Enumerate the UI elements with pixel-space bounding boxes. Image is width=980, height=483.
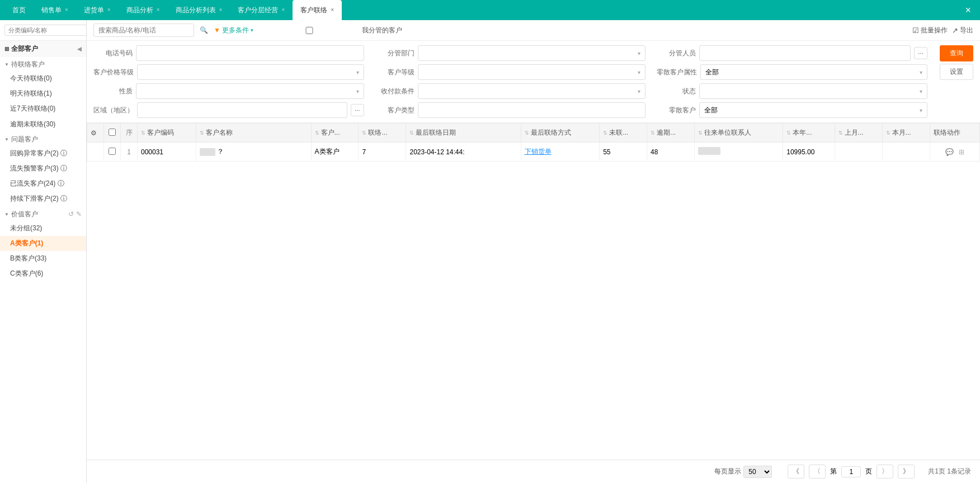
- filter-retail-attr: 零散客户属性 全部 ▾: [657, 64, 927, 80]
- export-button[interactable]: ↗ 导出: [952, 26, 973, 35]
- filter-nature-select[interactable]: ▾: [136, 83, 364, 99]
- next-page-button[interactable]: 〉: [877, 465, 893, 479]
- per-page-select[interactable]: 50 100 200: [743, 466, 772, 478]
- col-last-date[interactable]: ⇅最后联络日期: [406, 124, 521, 143]
- nav-product-list[interactable]: 商品分析列表 ×: [168, 0, 230, 20]
- filter-manager-input[interactable]: [699, 45, 911, 61]
- table-row: 1 000031 ？ A类客户 7 2023-04-12 14:44: 下销货单…: [87, 143, 980, 162]
- filter-payment-select[interactable]: ▾: [418, 83, 646, 99]
- gear-icon[interactable]: ⚙: [91, 129, 97, 137]
- query-button[interactable]: 查询: [940, 45, 973, 61]
- problem-label: 问题客户: [11, 135, 38, 144]
- last-method-link[interactable]: 下销货单: [525, 148, 552, 155]
- filter-row-4: 区域（地区） ··· 客户类型 零散客户 全部 ▾: [93, 102, 927, 118]
- col-last-month[interactable]: ⇅上月...: [835, 124, 882, 143]
- first-page-button[interactable]: 《: [788, 465, 804, 479]
- select-all-checkbox[interactable]: [109, 129, 116, 136]
- prev-page-button[interactable]: 〈: [809, 465, 826, 479]
- sidebar-search-input[interactable]: [4, 25, 87, 36]
- col-overdue[interactable]: ⇅逾期...: [647, 124, 695, 143]
- col-contact-person[interactable]: ⇅往来单位联系人: [695, 124, 783, 143]
- filter-region-input[interactable]: [137, 102, 347, 118]
- batch-op-button[interactable]: ☑ 批量操作: [912, 26, 948, 35]
- nav-product-list-close[interactable]: ×: [219, 0, 223, 20]
- close-all-button[interactable]: ×: [960, 4, 976, 16]
- edit-icon[interactable]: ✎: [76, 210, 82, 218]
- row-actions-cell: 💬 ⊞: [930, 143, 979, 162]
- col-last-method[interactable]: ⇅最后联络方式: [521, 124, 600, 143]
- filter-phone-input[interactable]: [136, 45, 364, 61]
- col-this-month[interactable]: ⇅本月...: [882, 124, 930, 143]
- row-checkbox[interactable]: [109, 148, 116, 155]
- nav-customer-tier-label: 客户分层经营: [238, 0, 278, 20]
- setting-button[interactable]: 设置: [940, 64, 973, 80]
- sidebar: 🔍 ⊞ 全部客户 ◀ ▼ 待联络客户 今天待联络(0) 明天待联络(1) 近7天…: [0, 20, 87, 483]
- nav-sales[interactable]: 销售单 ×: [34, 0, 76, 20]
- col-contact-count[interactable]: ⇅联络...: [359, 124, 406, 143]
- filter-retail-select[interactable]: 全部 ▾: [699, 102, 927, 118]
- row-checkbox-cell[interactable]: [104, 143, 121, 162]
- action-chat-icon[interactable]: 💬: [945, 148, 954, 156]
- sidebar-all-customers[interactable]: ⊞ 全部客户 ◀: [0, 41, 86, 57]
- filter-manager-dots[interactable]: ···: [914, 47, 927, 59]
- search-input[interactable]: [93, 23, 194, 37]
- filter-manager: 分管人员 ···: [657, 45, 927, 61]
- nav-purchase-close[interactable]: ×: [107, 0, 111, 20]
- export-label: 导出: [960, 26, 973, 35]
- col-type[interactable]: ⇅客户...: [311, 124, 359, 143]
- filter-manager-label: 分管人员: [657, 49, 696, 58]
- sidebar-item-repurchase-abnormal[interactable]: 回购异常客户(2) ⓘ: [0, 146, 86, 161]
- content-area: 🔍 ▼ 更多条件 ▾ 我分管的客户 ☑ 批量操作 ↗ 导出: [87, 20, 980, 483]
- nav-customer-tier-close[interactable]: ×: [281, 0, 285, 20]
- nav-purchase[interactable]: 进货单 ×: [76, 0, 119, 20]
- col-this-year[interactable]: ⇅本年...: [783, 124, 835, 143]
- filter-customer-type-input[interactable]: [418, 102, 646, 118]
- table-checkbox-col[interactable]: [104, 124, 121, 143]
- nav-product-analysis[interactable]: 商品分析 ×: [119, 0, 168, 20]
- sidebar-item-today[interactable]: 今天待联络(0): [0, 71, 86, 86]
- sidebar-item-class-a[interactable]: A类客户(1): [0, 236, 86, 251]
- col-name[interactable]: ⇅客户名称: [196, 124, 311, 143]
- filter-region-dots[interactable]: ···: [351, 104, 364, 116]
- refresh-icon[interactable]: ↺: [68, 210, 74, 218]
- filter-customer-tier-select[interactable]: ▾: [418, 64, 646, 80]
- nav-customer-contact[interactable]: 客户联络 ×: [293, 0, 342, 20]
- more-filters-button[interactable]: ▼ 更多条件 ▾: [214, 26, 253, 35]
- filter-search-icon[interactable]: 🔍: [200, 26, 208, 34]
- page-input[interactable]: [841, 466, 861, 477]
- my-customers-checkbox[interactable]: [259, 27, 360, 34]
- filter-retail-attr-select[interactable]: 全部 ▾: [700, 64, 927, 80]
- sidebar-item-churn-warning[interactable]: 流失预警客户(3) ⓘ: [0, 161, 86, 176]
- filter-buttons: 查询 设置: [940, 45, 973, 80]
- sidebar-collapse-btn[interactable]: ◀: [77, 46, 82, 52]
- sidebar-item-overdue[interactable]: 逾期未联络(30): [0, 117, 86, 132]
- table-settings-col[interactable]: ⚙: [87, 124, 104, 143]
- row-overdue-cell: 48: [647, 143, 695, 162]
- filter-region: 区域（地区） ···: [93, 102, 364, 118]
- sidebar-item-unclassified[interactable]: 未分组(32): [0, 221, 86, 236]
- my-customers-filter[interactable]: 我分管的客户: [259, 26, 402, 35]
- sidebar-item-tomorrow[interactable]: 明天待联络(1): [0, 86, 86, 101]
- sidebar-group-problem[interactable]: ▼ 问题客户: [0, 132, 86, 146]
- nav-home[interactable]: 首页: [4, 0, 34, 20]
- sidebar-item-class-c[interactable]: C类客户(6): [0, 266, 86, 281]
- last-page-button[interactable]: 》: [898, 465, 915, 479]
- nav-product-analysis-close[interactable]: ×: [157, 0, 160, 20]
- row-num-cell: 1: [121, 143, 138, 162]
- sidebar-group-value[interactable]: ▼ 价值客户 ↺ ✎: [0, 207, 86, 221]
- nav-sales-close[interactable]: ×: [65, 0, 68, 20]
- filter-status-select[interactable]: ▾: [699, 83, 927, 99]
- nav-customer-contact-close[interactable]: ×: [331, 0, 334, 20]
- sidebar-item-7days[interactable]: 近7天待联络(0): [0, 101, 86, 116]
- sidebar-item-churned[interactable]: 已流失客户(24) ⓘ: [0, 176, 86, 191]
- filter-price-tier-select[interactable]: ▾: [137, 64, 364, 80]
- per-page-control: 每页显示 50 100 200: [714, 466, 772, 478]
- filter-dept-select[interactable]: ▾: [418, 45, 646, 61]
- col-code[interactable]: ⇅客户编码: [138, 124, 196, 143]
- action-more-icon[interactable]: ⊞: [959, 148, 964, 156]
- col-not-contacted[interactable]: ⇅未联...: [600, 124, 647, 143]
- nav-customer-tier[interactable]: 客户分层经营 ×: [230, 0, 293, 20]
- sidebar-item-class-b[interactable]: B类客户(33): [0, 251, 86, 266]
- sidebar-item-declining[interactable]: 持续下滑客户(2) ⓘ: [0, 191, 86, 206]
- sidebar-group-pending[interactable]: ▼ 待联络客户: [0, 57, 86, 71]
